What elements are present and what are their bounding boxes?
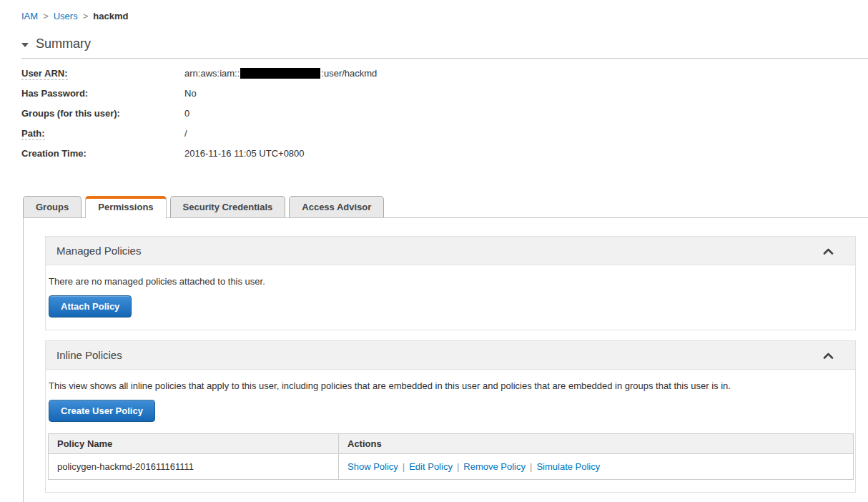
summary-title: Summary: [36, 36, 91, 51]
tab-groups[interactable]: Groups: [23, 196, 82, 217]
policy-name-column-header: Policy Name: [49, 434, 339, 454]
breadcrumb-separator: >: [43, 11, 49, 21]
create-user-policy-button[interactable]: Create User Policy: [49, 400, 155, 422]
breadcrumb: IAM>Users>hackmd: [0, 0, 868, 21]
breadcrumb-current-user: hackmd: [93, 11, 128, 21]
groups-value: 0: [184, 108, 189, 119]
breadcrumb-link-users[interactable]: Users: [54, 11, 78, 21]
creation-time-value: 2016-11-16 11:05 UTC+0800: [184, 148, 305, 159]
managed-policies-title: Managed Policies: [56, 245, 141, 257]
summary-row-has-password: Has Password: No: [21, 88, 868, 108]
action-separator: |: [403, 461, 405, 472]
show-policy-link[interactable]: Show Policy: [347, 461, 398, 472]
actions-column-header: Actions: [339, 434, 854, 454]
managed-policies-empty-message: There are no managed policies attached t…: [49, 276, 854, 287]
inline-policies-description: This view shows all inline policies that…: [49, 380, 854, 391]
user-arn-value: arn:aws:iam:::user/hackmd: [184, 68, 377, 79]
chevron-up-icon: [823, 248, 834, 255]
table-row: policygen-hackmd-201611161111 Show Polic…: [49, 454, 854, 480]
managed-policies-header: Managed Policies: [46, 237, 855, 265]
managed-policies-body: There are no managed policies attached t…: [46, 265, 855, 330]
summary-section-toggle[interactable]: Summary: [21, 36, 91, 51]
path-label: Path:: [21, 128, 184, 139]
remove-policy-link[interactable]: Remove Policy: [463, 461, 526, 472]
redacted-account-id: [240, 68, 320, 79]
breadcrumb-separator: >: [83, 11, 89, 21]
attach-policy-button[interactable]: Attach Policy: [49, 295, 132, 318]
tab-access-advisor[interactable]: Access Advisor: [289, 196, 384, 217]
managed-policies-section: Managed Policies There are no managed po…: [45, 236, 856, 330]
groups-label: Groups (for this user):: [21, 108, 184, 119]
action-separator: |: [457, 461, 459, 472]
permissions-tab-panel: Managed Policies There are no managed po…: [23, 217, 868, 502]
simulate-policy-link[interactable]: Simulate Policy: [536, 461, 600, 472]
inline-policies-body: This view shows all inline policies that…: [46, 370, 855, 492]
inline-policies-collapse-toggle[interactable]: [823, 351, 855, 359]
table-header-row: Policy Name Actions: [49, 434, 854, 454]
chevron-up-icon: [823, 353, 834, 359]
action-separator: |: [530, 461, 532, 472]
path-value: /: [184, 128, 187, 139]
inline-policies-header: Inline Policies: [46, 341, 855, 370]
creation-time-label: Creation Time:: [21, 148, 184, 159]
summary-row-user-arn: User ARN: arn:aws:iam:::user/hackmd: [21, 68, 868, 88]
user-detail-tabs: Groups Permissions Security Credentials …: [23, 196, 868, 217]
has-password-label: Has Password:: [21, 88, 184, 99]
summary-fields: User ARN: arn:aws:iam:::user/hackmd Has …: [21, 68, 868, 168]
caret-down-icon: [21, 43, 29, 47]
managed-policies-collapse-toggle[interactable]: [823, 247, 855, 255]
summary-divider: [21, 58, 868, 59]
edit-policy-link[interactable]: Edit Policy: [409, 461, 453, 472]
user-arn-label: User ARN:: [21, 68, 184, 79]
summary-row-path: Path: /: [21, 128, 868, 148]
inline-policies-title: Inline Policies: [56, 349, 122, 361]
inline-policies-section: Inline Policies This view shows all inli…: [45, 340, 856, 493]
inline-policies-table: Policy Name Actions policygen-hackmd-201…: [48, 433, 854, 480]
policy-actions-cell: Show Policy|Edit Policy|Remove Policy|Si…: [339, 454, 854, 480]
has-password-value: No: [184, 88, 197, 99]
policy-name-cell: policygen-hackmd-201611161111: [49, 454, 339, 480]
breadcrumb-link-iam[interactable]: IAM: [21, 11, 38, 21]
tab-security-credentials[interactable]: Security Credentials: [170, 196, 286, 217]
summary-row-creation-time: Creation Time: 2016-11-16 11:05 UTC+0800: [21, 148, 868, 168]
summary-row-groups: Groups (for this user): 0: [21, 108, 868, 128]
tab-permissions[interactable]: Permissions: [85, 196, 166, 218]
